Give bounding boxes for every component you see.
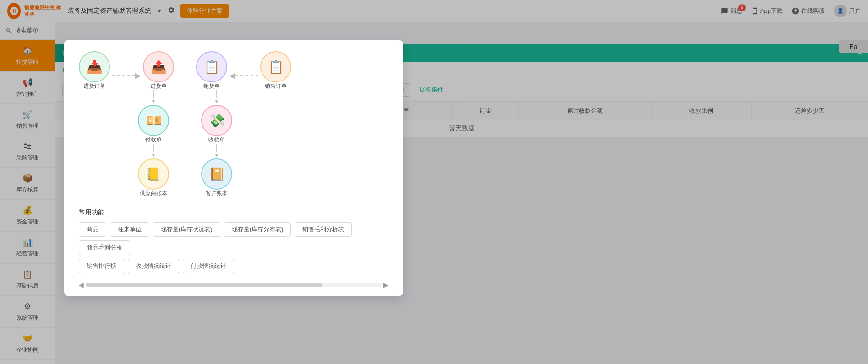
func-btn-receipt-stats[interactable]: 收款情况统计 <box>128 259 179 273</box>
supplier-ledger-label: 供应商账本 <box>140 190 167 197</box>
func-btns-row2: 销售排行榜 收款情况统计 付款情况统计 <box>79 259 388 273</box>
sales-bill-label: 销货单 <box>203 82 220 90</box>
flow-item-purchase-order: 📥 进货订单 <box>79 51 110 90</box>
flow-item-sales-bill: 📋 销货单 <box>196 51 227 90</box>
sales-order-label: 销售订单 <box>265 82 287 90</box>
arrow-h-1: ▶ <box>112 61 141 81</box>
scrollbar-thumb <box>86 283 322 287</box>
func-btn-stock-status[interactable]: 现存量(库存状况表) <box>153 222 220 237</box>
receipt-circle[interactable]: 💸 <box>201 105 232 136</box>
payment-label: 付款单 <box>145 136 162 144</box>
scroll-right-arrow[interactable]: ▶ <box>383 281 388 288</box>
flow-item-purchase-bill: 📤 进货单 <box>143 51 174 90</box>
common-func-title: 常用功能 <box>79 208 388 217</box>
flow-item-sales-order: 📋 销售订单 <box>260 51 291 90</box>
flow-chart: 📥 进货订单 ▶ 📤 进货单 <box>79 51 388 197</box>
supplier-ledger-circle[interactable]: 📒 <box>138 158 169 190</box>
common-func-section: 常用功能 商品 往来单位 现存量(库存状况表) 现存量(库存分布表) 销售毛利分… <box>79 208 388 273</box>
func-btns-row1: 商品 往来单位 现存量(库存状况表) 现存量(库存分布表) 销售毛利分析表 商品… <box>79 222 388 255</box>
scrollbar-track[interactable] <box>86 283 382 287</box>
payment-circle[interactable]: 💴 <box>138 105 169 136</box>
func-btn-sales-margin[interactable]: 销售毛利分析表 <box>295 222 352 237</box>
func-btn-stock-dist[interactable]: 现存量(库存分布表) <box>224 222 291 237</box>
sales-bill-circle[interactable]: 📋 <box>196 51 227 82</box>
purchase-bill-label: 进货单 <box>150 82 167 90</box>
func-btn-sales-rank[interactable]: 销售排行榜 <box>79 259 124 273</box>
customer-ledger-circle[interactable]: 📔 <box>201 158 232 190</box>
func-btn-product[interactable]: 商品 <box>79 222 106 237</box>
purchase-bill-circle[interactable]: 📤 <box>143 51 174 82</box>
sales-order-circle[interactable]: 📋 <box>260 51 291 82</box>
func-btn-payment-stats[interactable]: 付款情况统计 <box>183 259 234 273</box>
quick-nav-dialog: 📥 进货订单 ▶ 📤 进货单 <box>64 40 403 296</box>
purchase-order-circle[interactable]: 📥 <box>79 51 110 82</box>
purchase-order-label: 进货订单 <box>83 82 105 90</box>
func-btn-partner[interactable]: 往来单位 <box>110 222 149 237</box>
customer-ledger-label: 客户账本 <box>206 190 228 197</box>
arrow-h-2: ◀ <box>229 61 258 81</box>
receipt-label: 收款单 <box>208 136 225 144</box>
dialog-scrollbar: ◀ ▶ <box>79 279 388 288</box>
scroll-left-arrow[interactable]: ◀ <box>79 281 84 288</box>
func-btn-product-margin[interactable]: 商品毛利分析 <box>79 240 130 255</box>
